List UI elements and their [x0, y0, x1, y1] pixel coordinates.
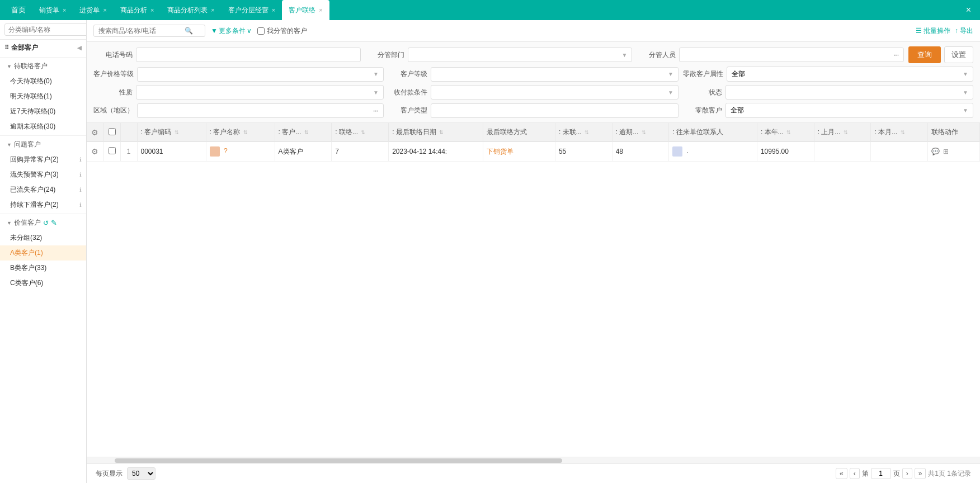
query-button[interactable]: 查询 [908, 46, 941, 63]
nav-product-analysis[interactable]: 商品分析 × [114, 0, 161, 20]
export-button[interactable]: ↑ 导出 [955, 26, 973, 36]
refresh-icon[interactable]: ↺ [43, 219, 49, 227]
triangle-icon: ▼ [7, 64, 12, 69]
nav-sales-order[interactable]: 销货单 × [32, 0, 73, 20]
sidebar-item-today-pending[interactable]: 今天待联络(0) [0, 74, 86, 89]
sort-year-icon[interactable]: ⇅ [786, 130, 791, 135]
sidebar-search-input[interactable] [4, 23, 87, 36]
filter-payment-select[interactable]: ▼ [431, 85, 679, 100]
close-customer-contact[interactable]: × [319, 7, 322, 13]
sidebar-group-pending[interactable]: ▼ 待联络客户 [0, 59, 86, 74]
filter-status-label: 状态 [683, 88, 722, 97]
sort-code-icon[interactable]: ⇅ [175, 130, 179, 135]
nav-purchase-order[interactable]: 进货单 × [73, 0, 113, 20]
qr-icon[interactable]: ⊞ [943, 148, 949, 155]
select-all-checkbox[interactable] [109, 128, 116, 135]
sidebar-item-repurchase-abnormal[interactable]: 回购异常客户(2) ℹ [0, 152, 86, 167]
my-customers-checkbox[interactable]: 我分管的客户 [257, 26, 307, 36]
my-customers-check[interactable] [257, 27, 265, 35]
sidebar-item-unclassified[interactable]: 未分组(32) [0, 230, 86, 245]
nav-product-analysis-list[interactable]: 商品分析列表 × [161, 0, 221, 20]
customer-name-link[interactable]: ? [224, 147, 228, 155]
bottom-bar: 每页显示 50 100 200 « ‹ 第 页 › » 共1页 1条记录 [87, 463, 980, 483]
sort-thismonth-icon[interactable]: ⇅ [901, 130, 905, 135]
nav-customer-tier[interactable]: 客户分层经营 × [222, 0, 282, 20]
close-product-analysis[interactable]: × [150, 7, 154, 13]
col-action: 联络动作 [928, 123, 980, 142]
close-customer-tier[interactable]: × [272, 7, 275, 13]
filter-search-input[interactable] [98, 27, 182, 35]
sidebar-item-churned[interactable]: 已流失客户(24) ℹ [0, 182, 86, 197]
table-row: ⚙ 1 000031 ? A类客户 7 2023-04-12 [87, 142, 980, 162]
sort-contact-icon[interactable]: ⇅ [361, 130, 365, 135]
filter-nature-label: 性质 [93, 88, 133, 97]
nav-customer-contact[interactable]: 客户联络 × [282, 0, 329, 20]
main-layout: 🔍 ⠿ 全部客户 ◀ ▼ 待联络客户 今天待联络(0) 明天待联络(1) 近7天… [0, 20, 980, 483]
scrollbar-thumb[interactable] [115, 458, 562, 463]
sort-nocontact-icon[interactable]: ⇅ [585, 130, 589, 135]
chevron-nature: ▼ [373, 89, 379, 96]
next-page-button[interactable]: › [902, 468, 912, 479]
table-header-row: ⚙ : 客户编码 ⇅ : 客户名称 ⇅ [87, 123, 980, 142]
page-of-label: 页 [893, 469, 900, 479]
sidebar-item-overdue-contact[interactable]: 逾期未联络(30) [0, 119, 86, 134]
sort-overdue-icon[interactable]: ⇅ [642, 130, 646, 135]
sidebar-item-7day-pending[interactable]: 近7天待联络(0) [0, 104, 86, 119]
filter-dept-select[interactable]: ▼ [408, 48, 633, 62]
sort-date-icon[interactable]: ⇅ [439, 130, 444, 135]
message-icon[interactable]: 💬 [931, 148, 940, 155]
horizontal-scrollbar[interactable] [87, 457, 980, 463]
first-page-button[interactable]: « [836, 468, 847, 479]
sort-name-icon[interactable]: ⇅ [243, 130, 248, 135]
last-method-link[interactable]: 下销货单 [487, 148, 513, 155]
sidebar-item-tomorrow-pending[interactable]: 明天待联络(1) [0, 89, 86, 104]
sidebar-all-customers[interactable]: ⠿ 全部客户 ◀ [0, 40, 86, 56]
sidebar-item-class-b[interactable]: B类客户(33) [0, 261, 86, 276]
sidebar-item-class-c[interactable]: C类客户(6) [0, 276, 86, 291]
total-records-label: 共1页 1条记录 [928, 469, 971, 479]
sidebar-item-churn-warning[interactable]: 流失预警客户(3) ℹ [0, 167, 86, 182]
filter-manager-input[interactable]: ··· [679, 48, 904, 62]
close-product-analysis-list[interactable]: × [211, 7, 214, 13]
filter-scatter-customer-select[interactable]: 全部 ▼ [725, 103, 973, 118]
edit-icon[interactable]: ✎ [51, 219, 57, 227]
per-page-select[interactable]: 50 100 200 [127, 467, 156, 480]
row-checkbox[interactable] [109, 147, 116, 154]
nav-home[interactable]: 首页 [4, 0, 32, 20]
filter-customer-level-select[interactable]: ▼ [431, 67, 679, 82]
prev-page-button[interactable]: ‹ [850, 468, 860, 479]
row-contact: 7 [332, 142, 389, 162]
sidebar-item-class-a[interactable]: A类客户(1) [0, 245, 86, 261]
row-last-method: 下销货单 [483, 142, 555, 162]
close-purchase-order[interactable]: × [103, 7, 106, 13]
filter-icon: ▼ [211, 27, 218, 35]
filter-scatter-select[interactable]: 全部 ▼ [727, 67, 973, 82]
close-sales-order[interactable]: × [63, 7, 66, 13]
row-code: 000031 [137, 142, 206, 162]
filter-region-input[interactable]: ··· [137, 103, 384, 118]
filter-phone-input[interactable] [136, 48, 361, 62]
row-gear-icon[interactable]: ⚙ [90, 147, 100, 156]
sort-type-icon[interactable]: ⇅ [304, 130, 309, 135]
filter-nature-select[interactable]: ▼ [136, 85, 384, 100]
page-number-input[interactable] [871, 468, 891, 479]
sort-lastmonth-icon[interactable]: ⇅ [844, 130, 848, 135]
more-filters-button[interactable]: ▼ 更多条件 ∨ [211, 26, 252, 36]
filter-region: 区域（地区） ··· [93, 103, 384, 118]
sidebar-group-value[interactable]: ▼ 价值客户 ↺ ✎ [0, 215, 86, 230]
settings-button[interactable]: 设置 [944, 46, 973, 63]
col-overdue: : 逾期... ⇅ [612, 123, 669, 142]
last-page-button[interactable]: » [915, 468, 926, 479]
batch-operation-button[interactable]: ☰ 批量操作 [916, 26, 950, 36]
filter-search-icon[interactable]: 🔍 [185, 27, 193, 35]
gear-icon[interactable]: ⚙ [90, 128, 100, 137]
close-all-button[interactable]: × [962, 5, 976, 15]
row-overdue: 48 [612, 142, 669, 162]
sidebar-item-declining[interactable]: 持续下滑客户(2) ℹ [0, 197, 86, 212]
filter-customer-type-input[interactable] [431, 103, 679, 118]
filter-price-select[interactable]: ▼ [137, 67, 384, 82]
filter-status-select[interactable]: ▼ [725, 85, 973, 100]
sidebar-group-problem[interactable]: ▼ 问题客户 [0, 137, 86, 152]
filter-search-box: 🔍 [93, 25, 205, 37]
filter-scatter-customer-label: 零散客户 [683, 106, 722, 115]
